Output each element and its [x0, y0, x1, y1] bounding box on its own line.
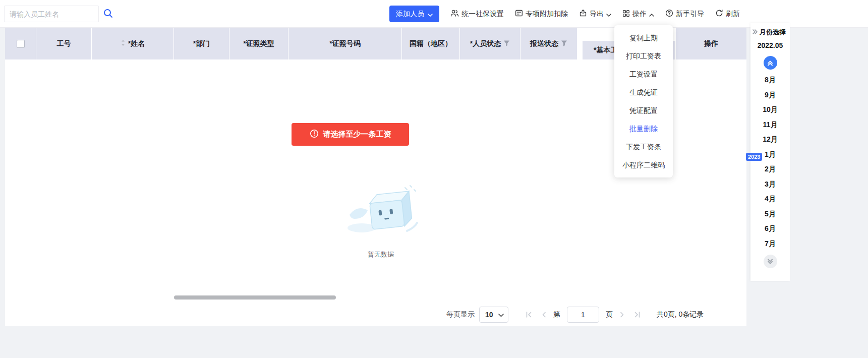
- collapse-panel-icon[interactable]: [752, 28, 758, 37]
- month-item-dec[interactable]: 12月: [750, 132, 790, 147]
- per-page-value: 10: [485, 311, 493, 319]
- select-all-checkbox[interactable]: [17, 40, 25, 48]
- per-page-label: 每页显示: [446, 310, 475, 319]
- warning-toast: 请选择至少一条工资: [292, 123, 409, 146]
- column-header-certificate-number: *证照号码: [288, 28, 402, 59]
- people-icon: [450, 9, 459, 19]
- first-page-button[interactable]: [522, 311, 537, 319]
- chevron-down-icon: [428, 10, 433, 18]
- scroll-months-up-button[interactable]: [764, 56, 777, 70]
- column-header-personnel-status: *人员状态: [460, 28, 520, 59]
- selected-period: 2022.05: [750, 41, 790, 49]
- column-label: 操作: [704, 39, 718, 48]
- column-header-employee-id: 工号: [36, 28, 92, 59]
- records-summary: 共0页, 0条记录: [657, 310, 704, 319]
- sort-icon[interactable]: [121, 39, 126, 48]
- menu-item-send-payslip[interactable]: 下发工资条: [614, 138, 673, 156]
- toolbar-actions: 添加人员 统一社保设置 专项附加扣除 导出: [389, 0, 740, 28]
- toast-message: 请选择至少一条工资: [323, 130, 391, 139]
- export-label: 导出: [590, 10, 604, 19]
- last-page-button[interactable]: [629, 311, 645, 319]
- warning-icon: [310, 129, 319, 140]
- top-toolbar: 添加人员 统一社保设置 专项附加扣除 导出: [0, 0, 868, 28]
- frozen-column-divider: [577, 28, 583, 59]
- document-icon: [515, 9, 523, 19]
- operations-button[interactable]: 操作: [622, 10, 654, 19]
- refresh-icon: [715, 9, 723, 19]
- operations-label: 操作: [632, 10, 647, 19]
- month-item-may[interactable]: 5月: [750, 207, 790, 222]
- menu-item-salary-settings[interactable]: 工资设置: [614, 65, 673, 83]
- column-label: 国籍（地区）: [410, 39, 452, 48]
- month-panel-title: 月份选择: [760, 28, 786, 37]
- special-deduction-label: 专项附加扣除: [526, 10, 568, 19]
- menu-item-copy-previous[interactable]: 复制上期: [614, 29, 673, 47]
- month-panel-header: 月份选择: [750, 23, 790, 37]
- column-label: 工号: [57, 39, 71, 48]
- column-header-name: *姓名: [92, 28, 174, 59]
- refresh-label: 刷新: [726, 10, 740, 19]
- month-item-feb[interactable]: 2月: [750, 162, 790, 177]
- column-label: *人员状态: [470, 39, 501, 48]
- next-page-button[interactable]: [614, 311, 629, 319]
- add-person-button[interactable]: 添加人员: [389, 6, 439, 22]
- empty-box-illustration: [340, 234, 421, 243]
- column-header-department: *部门: [174, 28, 229, 59]
- menu-item-miniapp-qrcode[interactable]: 小程序二维码: [614, 156, 673, 174]
- operations-dropdown-menu: 复制上期 打印工资表 工资设置 生成凭证 凭证配置 批量删除 下发工资条 小程序…: [614, 25, 673, 177]
- grid-icon: [622, 10, 630, 19]
- empty-state: 暂无数据: [335, 182, 426, 259]
- scroll-months-down-button[interactable]: [764, 255, 777, 268]
- export-icon: [579, 9, 587, 19]
- column-label: *证照号码: [329, 39, 360, 48]
- column-label: *部门: [193, 39, 210, 48]
- question-circle-icon: [665, 9, 673, 19]
- month-item-jun[interactable]: 6月: [750, 221, 790, 236]
- month-item-apr[interactable]: 4月: [750, 192, 790, 207]
- filter-icon[interactable]: [503, 40, 510, 48]
- column-label: 报送状态: [530, 39, 558, 48]
- menu-item-batch-delete[interactable]: 批量删除: [614, 120, 673, 138]
- prev-page-button[interactable]: [537, 311, 552, 319]
- chevron-up-icon: [649, 10, 654, 18]
- year-badge: 2023: [746, 153, 762, 161]
- header-select-all-cell: [5, 28, 36, 59]
- month-item-mar[interactable]: 3月: [750, 177, 790, 192]
- menu-item-print-payroll[interactable]: 打印工资表: [614, 47, 673, 65]
- chevron-down-icon: [498, 311, 504, 319]
- guide-label: 新手引导: [676, 10, 704, 19]
- menu-item-voucher-config[interactable]: 凭证配置: [614, 101, 673, 120]
- chevron-down-icon: [606, 10, 611, 18]
- month-item-sep[interactable]: 9月: [750, 88, 790, 103]
- export-button[interactable]: 导出: [579, 9, 611, 19]
- employee-search: [4, 6, 113, 22]
- add-person-label: 添加人员: [396, 10, 424, 19]
- menu-item-generate-voucher[interactable]: 生成凭证: [614, 83, 673, 101]
- refresh-button[interactable]: 刷新: [715, 9, 740, 19]
- page-prefix-label: 第: [553, 310, 560, 319]
- column-label: *姓名: [128, 39, 145, 48]
- page-number-input[interactable]: [567, 307, 599, 323]
- social-security-label: 统一社保设置: [461, 10, 504, 19]
- month-selector-panel: 月份选择 2022.05 8月 9月 10月 11月 12月 1月 2月 3月 …: [750, 23, 790, 281]
- special-deduction-button[interactable]: 专项附加扣除: [515, 9, 568, 19]
- column-header-nationality: 国籍（地区）: [402, 28, 460, 59]
- horizontal-scrollbar[interactable]: [174, 295, 336, 300]
- guide-button[interactable]: 新手引导: [665, 9, 704, 19]
- month-item-oct[interactable]: 10月: [750, 102, 790, 117]
- search-icon[interactable]: [103, 8, 113, 20]
- page-suffix-label: 页: [606, 310, 613, 319]
- month-item-jul[interactable]: 7月: [750, 236, 790, 252]
- per-page-select[interactable]: 10: [479, 307, 508, 323]
- social-security-button[interactable]: 统一社保设置: [450, 9, 504, 19]
- pagination-bar: 每页显示 10 第 页 共0页, 0条记录: [446, 306, 704, 324]
- search-input[interactable]: [4, 6, 99, 22]
- month-item-aug[interactable]: 8月: [750, 73, 790, 88]
- empty-state-label: 暂无数据: [335, 250, 426, 259]
- column-header-report-status: 报送状态: [520, 28, 577, 59]
- filter-icon[interactable]: [561, 40, 567, 48]
- column-header-certificate-type: *证照类型: [229, 28, 288, 59]
- column-label: *证照类型: [243, 39, 274, 48]
- month-item-nov[interactable]: 11月: [750, 117, 790, 133]
- column-header-actions: 操作: [676, 28, 746, 59]
